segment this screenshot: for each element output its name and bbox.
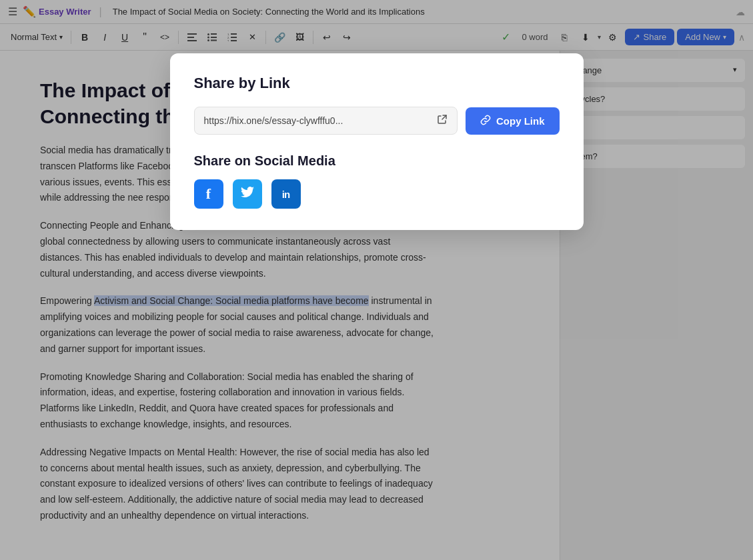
social-icons-row: f in — [194, 179, 560, 209]
twitter-icon — [241, 187, 254, 202]
main-area: The Impact of Social MeConnecting the Wo… — [0, 51, 753, 560]
link-url-text: https://hix.one/s/essay-clywfffu0... — [204, 115, 432, 126]
link-row: https://hix.one/s/essay-clywfffu0... — [194, 107, 560, 135]
social-section-title: Share on Social Media — [194, 153, 560, 169]
facebook-icon: f — [206, 185, 211, 203]
share-modal: Share by Link https://hix.one/s/essay-cl… — [170, 53, 584, 230]
copy-link-button[interactable]: Copy Link — [466, 107, 560, 135]
twitter-share-button[interactable] — [233, 179, 262, 209]
facebook-share-button[interactable]: f — [194, 179, 223, 209]
linkedin-share-button[interactable]: in — [271, 179, 301, 209]
modal-overlay[interactable]: Share by Link https://hix.one/s/essay-cl… — [0, 0, 753, 560]
copy-link-label: Copy Link — [496, 115, 545, 127]
linkedin-icon: in — [282, 189, 289, 200]
share-modal-title: Share by Link — [194, 75, 560, 92]
link-input-wrap: https://hix.one/s/essay-clywfffu0... — [194, 107, 458, 135]
link-icon — [480, 115, 491, 127]
external-link-icon[interactable] — [437, 114, 448, 127]
